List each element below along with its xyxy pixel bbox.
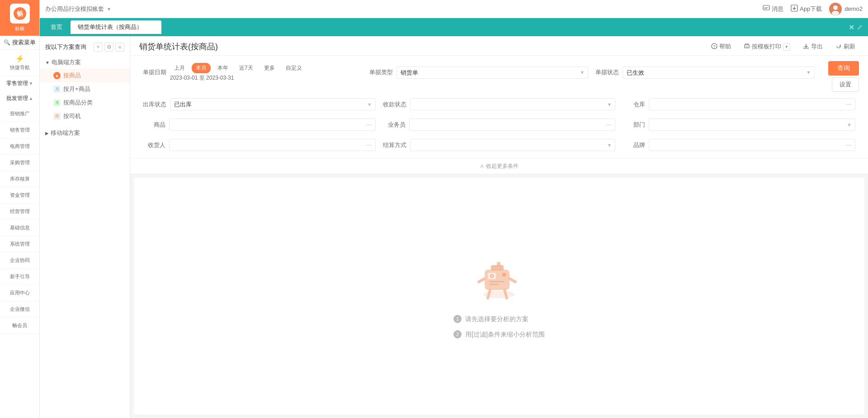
scheme-panel-title: 按以下方案查询: [45, 43, 86, 51]
print-icon: [744, 43, 750, 51]
payment-status-label: 收款状态: [383, 100, 410, 109]
help-label: 帮助: [719, 43, 731, 51]
sidebar-item-procurement[interactable]: 采购管理: [0, 155, 39, 171]
sidebar-item-enterprise[interactable]: 企业协同: [0, 252, 39, 269]
sidebar-item-marketing[interactable]: 营销推广: [0, 106, 39, 122]
sidebar-item-operations[interactable]: 经营管理: [0, 204, 39, 220]
svg-point-16: [491, 275, 493, 277]
tab-expand-icon[interactable]: ⤢: [857, 24, 863, 31]
date-7days[interactable]: 近7天: [235, 63, 257, 73]
settlement-select[interactable]: [410, 139, 616, 151]
consignee-input[interactable]: [169, 139, 376, 151]
warehouse-status-select[interactable]: 已出库: [170, 98, 376, 110]
query-button[interactable]: 查询: [828, 61, 859, 76]
print-btn[interactable]: 按模板打印 ▾: [740, 41, 794, 52]
sidebar-item-system[interactable]: 系统管理: [0, 236, 39, 252]
brand-control: ···: [649, 139, 855, 151]
department-select[interactable]: [649, 119, 855, 131]
procurement-label: 采购管理: [10, 159, 30, 166]
product-input[interactable]: [169, 119, 376, 131]
member-label: 畅会员: [12, 322, 27, 329]
message-icon: [763, 5, 770, 13]
help-btn[interactable]: ? 帮助: [708, 41, 735, 52]
salesperson-control: ···: [409, 119, 616, 131]
collapse-filter-btn[interactable]: ∧ 收起更多条件: [130, 159, 868, 174]
retail-expand-icon: ▼: [29, 81, 33, 86]
warehouse-input[interactable]: [649, 98, 855, 110]
search-menu-btn[interactable]: 🔍 搜索菜单: [4, 38, 36, 47]
tab-close-button[interactable]: ✕: [149, 24, 154, 31]
tab-report[interactable]: 销货单统计表（按商品） ✕: [71, 20, 161, 34]
sidebar-item-wholesale[interactable]: 批发管理 ▲: [0, 91, 39, 106]
scheme-item-by-month-product[interactable]: 月 按月+商品: [40, 82, 130, 96]
scheme-item-by-category-label: 按商品分类: [63, 99, 93, 107]
svg-point-6: [832, 11, 839, 15]
tab-bar-close-button[interactable]: ✕: [849, 23, 854, 32]
sidebar-item-member[interactable]: 畅会员: [0, 318, 39, 334]
refresh-btn[interactable]: 刷新: [832, 41, 859, 52]
salesperson-cell: 业务员 ···: [379, 117, 619, 133]
scheme-group-mobile-header[interactable]: ▶ 移动端方案: [40, 127, 130, 139]
tab-home[interactable]: 首页: [43, 20, 70, 34]
export-btn[interactable]: 导出: [799, 41, 826, 52]
brand-cell: 品牌 ···: [619, 137, 859, 153]
date-custom[interactable]: 自定义: [282, 63, 306, 73]
app-download-action[interactable]: App下载: [791, 5, 822, 13]
sidebar-item-guide[interactable]: 新手引导: [0, 269, 39, 285]
filter-table-area: 销货单统计表(按商品) ? 帮助 按模板打印 ▾: [130, 36, 868, 418]
search-menu-container[interactable]: 🔍 搜索菜单: [0, 36, 39, 50]
warehouse-icon: 司: [53, 113, 61, 120]
svg-point-5: [833, 5, 838, 10]
mobile-group-arrow: ▶: [45, 131, 49, 136]
user-name: demo2: [844, 5, 863, 12]
sidebar-item-ecommerce[interactable]: 电商管理: [0, 138, 39, 155]
date-filter-buttons: 上月 本月 本年 近7天 更多 自定义: [170, 63, 362, 73]
scheme-add-btn[interactable]: +: [94, 43, 103, 52]
brand-input[interactable]: [649, 139, 855, 151]
retail-label: 零售管理: [6, 80, 28, 87]
doc-type-select[interactable]: 销货单: [396, 66, 589, 79]
scheme-settings-btn[interactable]: ⚙: [104, 43, 113, 52]
month-product-icon: 月: [53, 86, 61, 93]
quick-nav-label: 快捷导航: [10, 64, 30, 71]
system-label: 系统管理: [10, 241, 30, 247]
date-this-month[interactable]: 本月: [192, 63, 211, 73]
consignee-label: 收货人: [143, 141, 169, 149]
doc-status-select[interactable]: 已生效: [623, 66, 815, 79]
scheme-item-by-category[interactable]: 类 按商品分类: [40, 96, 130, 109]
quick-nav-icon: ⚡: [15, 54, 24, 63]
sidebar-item-quick-nav[interactable]: ⚡ 快捷导航: [0, 50, 39, 76]
sidebar-item-basics[interactable]: 基础信息: [0, 220, 39, 236]
scheme-item-by-product[interactable]: ● 按商品: [40, 69, 130, 82]
app-title-dropdown[interactable]: ▾: [108, 6, 110, 12]
settlement-label: 结算方式: [383, 141, 410, 149]
sidebar-item-apps[interactable]: 应用中心: [0, 285, 39, 301]
scheme-item-by-warehouse[interactable]: 司 按司机: [40, 109, 130, 123]
search-menu-label: 搜索菜单: [12, 38, 36, 47]
page-header: 销货单统计表(按商品) ? 帮助 按模板打印 ▾: [130, 36, 868, 56]
sidebar-item-inventory[interactable]: 库存核算: [0, 171, 39, 187]
hint-text-2: 用[过滤]条件来缩小分析范围: [465, 328, 545, 341]
hint-num-1: 1: [453, 315, 462, 323]
date-more[interactable]: 更多: [260, 63, 279, 73]
scheme-group-desktop-header[interactable]: ▼ 电脑端方案: [40, 56, 130, 69]
sidebar-item-wechat[interactable]: 企业微信: [0, 301, 39, 318]
message-action[interactable]: 消息: [763, 5, 783, 13]
payment-status-select[interactable]: [410, 98, 616, 110]
sales-label: 销售管理: [10, 127, 30, 133]
settings-button[interactable]: 设置: [832, 77, 859, 92]
salesperson-input[interactable]: [409, 119, 616, 131]
svg-rect-14: [502, 273, 506, 276]
marketing-label: 营销推广: [10, 110, 30, 117]
scheme-panel-header: 按以下方案查询 + ⚙ «: [40, 40, 130, 54]
sidebar-item-sales[interactable]: 销售管理: [0, 122, 39, 138]
scheme-collapse-btn[interactable]: «: [115, 43, 124, 52]
sidebar-item-finance[interactable]: 资金管理: [0, 187, 39, 204]
date-this-year[interactable]: 本年: [213, 63, 232, 73]
collapse-filter-label: ∧ 收起更多条件: [480, 163, 518, 169]
print-dropdown-arrow[interactable]: ▾: [783, 43, 790, 51]
date-last-month[interactable]: 上月: [170, 63, 189, 73]
sidebar-item-retail[interactable]: 零售管理 ▼: [0, 76, 39, 91]
user-profile[interactable]: demo2: [829, 3, 863, 15]
topbar-right: 消息 App下载 demo2: [763, 3, 863, 15]
